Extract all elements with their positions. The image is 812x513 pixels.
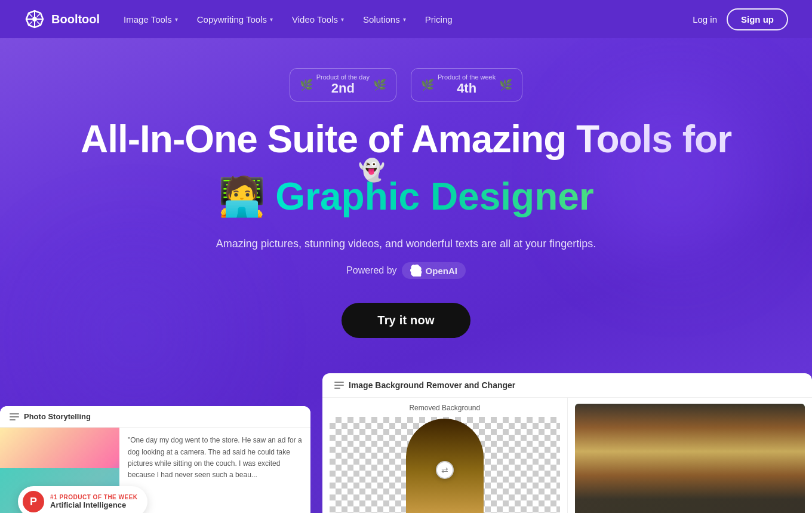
nav-left: Booltool Image Tools ▾ Copywriting Tools… xyxy=(24,8,453,30)
card-topbar-right: Image Background Remover and Changer xyxy=(322,373,812,398)
panel-removed-bg: Removed Background ⇄ xyxy=(322,398,568,513)
chevron-down-icon: ▾ xyxy=(175,16,178,23)
nav-links: Image Tools ▾ Copywriting Tools ▾ Video … xyxy=(124,14,452,24)
hero-subtext: Amazing pictures, stunning videos, and w… xyxy=(216,238,596,250)
hero-emoji-main: 🧑‍💻 xyxy=(218,177,266,216)
menu-icon-right xyxy=(334,382,344,389)
try-it-now-button[interactable]: Try it now xyxy=(342,303,470,338)
hero-animated-row: 👻 🧑‍💻 Graphic Designer xyxy=(218,170,594,223)
product-badge-tag: #1 PRODUCT OF THE WEEK xyxy=(50,494,138,500)
laurel-right-icon: 🌿 xyxy=(499,78,512,91)
hero-section: 🌿 Product of the day 2nd 🌿 🌿 Product of … xyxy=(0,38,812,513)
card-left-title: Photo Storytelling xyxy=(24,412,91,421)
nav-item-image-tools[interactable]: Image Tools ▾ xyxy=(124,14,178,24)
card-left-text: "One day my dog went to the store. He sa… xyxy=(119,428,310,513)
svg-line-8 xyxy=(29,21,32,25)
original-bg-image xyxy=(575,404,805,513)
product-badge-label: Artificial Intelligence xyxy=(50,500,138,509)
laurel-left-icon: 🌿 xyxy=(300,78,313,91)
brand-name: Booltool xyxy=(51,13,100,26)
card-right-title: Image Background Remover and Changer xyxy=(349,380,515,390)
product-badge-text: #1 PRODUCT OF THE WEEK Artificial Intell… xyxy=(50,494,138,509)
product-of-week-badge: P #1 PRODUCT OF THE WEEK Artificial Inte… xyxy=(18,486,147,513)
badge-product-of-day: 🌿 Product of the day 2nd 🌿 xyxy=(290,68,396,102)
openai-badge: OpenAI xyxy=(402,262,466,279)
svg-line-7 xyxy=(37,13,41,17)
navbar: Booltool Image Tools ▾ Copywriting Tools… xyxy=(0,0,812,38)
panel-original-bg xyxy=(568,398,813,513)
nav-right: Log in Sign up xyxy=(693,8,788,30)
laurel-left-icon: 🌿 xyxy=(421,78,434,91)
signup-button[interactable]: Sign up xyxy=(727,8,788,30)
openai-label: OpenAI xyxy=(426,266,457,276)
chevron-down-icon: ▾ xyxy=(403,16,406,23)
hero-powered-by: Powered by OpenAI xyxy=(346,262,466,279)
card-topbar-left: Photo Storytelling xyxy=(0,406,310,428)
nav-item-copywriting-tools[interactable]: Copywriting Tools ▾ xyxy=(197,14,273,24)
nav-item-video-tools[interactable]: Video Tools ▾ xyxy=(292,14,344,24)
svg-line-6 xyxy=(37,21,41,25)
hero-role-text: Graphic Designer xyxy=(275,174,594,219)
preview-area: Photo Storytelling 🐱 "One day my dog wen… xyxy=(0,374,812,513)
chevron-down-icon: ▾ xyxy=(270,16,273,23)
svg-line-5 xyxy=(29,13,32,17)
nav-item-solutions[interactable]: Solutions ▾ xyxy=(363,14,406,24)
removed-bg-image: ⇄ xyxy=(330,417,560,513)
slider-handle[interactable]: ⇄ xyxy=(436,461,454,479)
powered-label: Powered by xyxy=(346,265,397,276)
product-badge-icon: P xyxy=(23,491,44,512)
login-button[interactable]: Log in xyxy=(693,14,717,24)
hero-headline: All-In-One Suite of Amazing Tools for xyxy=(81,118,731,160)
menu-icon xyxy=(10,413,19,420)
award-badges: 🌿 Product of the day 2nd 🌿 🌿 Product of … xyxy=(290,68,523,102)
nav-item-pricing[interactable]: Pricing xyxy=(425,14,453,24)
hero-emoji-secondary: 👻 xyxy=(358,158,385,183)
card-right-body: Removed Background ⇄ xyxy=(322,398,812,513)
badge-product-of-week: 🌿 Product of the week 4th 🌿 xyxy=(411,68,522,102)
laurel-right-icon: 🌿 xyxy=(373,78,386,91)
svg-point-0 xyxy=(32,17,37,21)
card-bg-remover: Image Background Remover and Changer Rem… xyxy=(322,373,812,513)
decorative-blob-1 xyxy=(585,86,764,265)
logo[interactable]: Booltool xyxy=(24,8,100,30)
chevron-down-icon: ▾ xyxy=(341,16,344,23)
panel-label-removed-bg: Removed Background xyxy=(409,404,480,412)
